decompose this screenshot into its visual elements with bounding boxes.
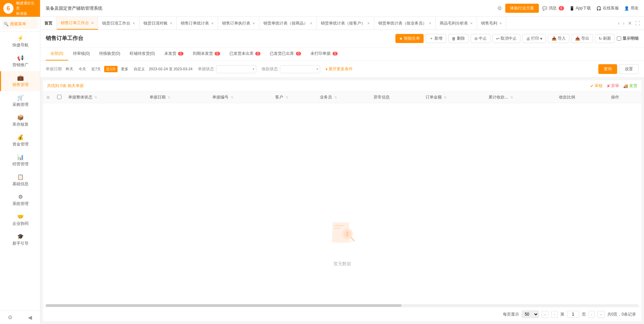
tab-sales-exec[interactable]: 销售订单执行表 ✕ [218,17,259,30]
topbar-settings-icon[interactable]: ⚙ [497,5,502,11]
sidebar-item-finance[interactable]: 💰 资金管理 [0,131,40,151]
tab-scroll-left-button[interactable]: ‹ [617,21,621,26]
tab-cash-reconcile[interactable]: 钱货日清对账 ✕ [139,17,177,30]
sidebar-item-system[interactable]: ⚙ 系统管理 [0,190,40,210]
sidebar-item-enterprise[interactable]: 🤝 企业协同 [0,210,40,230]
stop-button[interactable]: ⊘ 中止 [471,34,490,43]
import-button[interactable]: 📥 导入 [548,34,569,43]
sidebar-item-marketing[interactable]: 📢 营销推广 [0,51,40,71]
date-today-button[interactable]: 今天 [77,66,88,72]
tab-close-icon[interactable]: ✕ [499,22,502,25]
payment-field: 收款状态 [262,65,320,73]
first-page-button[interactable]: « [542,311,549,318]
sidebar-item-sales[interactable]: 💼 销售管理 [0,71,40,91]
industry-solution-button[interactable]: 体验行业方案 [505,4,539,13]
sort-icon[interactable]: ⇅ [286,95,288,99]
table-header: ⚙ 单据整体状态 ⇅ 单据日期 ⇅ [43,92,641,103]
user-menu-button[interactable]: 👤 用友 [624,5,639,11]
filter-tab-wangpu-pending[interactable]: 旺铺待发货(0) [125,47,160,60]
prev-page-button[interactable]: ‹ [551,311,557,318]
tab-sales-by-customer[interactable]: 销货单统计表（按客户） ✕ [317,17,374,30]
filter-tab-pending-check[interactable]: 待拣验货(0) [94,47,125,60]
date-custom-button[interactable]: 自定义 [132,66,147,72]
sidebar-item-basic-info[interactable]: 📋 基础信息 [0,170,40,190]
tab-cash-clear-workbench[interactable]: 钱货日清工作台 ✕ [98,17,139,30]
tab-close-icon[interactable]: ✕ [170,22,172,25]
date-1month-button[interactable]: 近1月 [104,66,118,72]
sort-icon[interactable]: ⇅ [334,95,337,99]
app-download-button[interactable]: 📱 App下载 [569,5,591,11]
tab-close-icon[interactable]: ✕ [211,22,214,25]
shipped-not-out-badge: 0 [255,52,261,55]
tab-close-icon[interactable]: ✕ [252,22,255,25]
export-button[interactable]: 📤 导出 [571,34,593,43]
date-yesterday-button[interactable]: 昨天 [64,66,75,72]
show-detail-label[interactable]: 显示明细 [617,36,639,41]
filter-tab-unshipped[interactable]: 未发货 0 [160,47,188,60]
last-page-button[interactable]: » [597,311,604,318]
filter-tab-overdue-unshipped[interactable]: 到期未发货 0 [188,47,225,60]
tab-sales-margin[interactable]: 销售毛利 ✕ [477,17,506,30]
settings-col-header[interactable]: ⚙ [43,92,54,103]
tab-close-icon[interactable]: ✕ [132,22,135,25]
sidebar-settings-button[interactable]: ⚙ [0,311,20,324]
tab-close-icon[interactable]: ✕ [429,22,431,25]
setting-button[interactable]: 设置 [619,64,639,74]
tab-close-all-button[interactable]: ✕ [627,21,633,26]
horizontal-scrollbar[interactable] [46,304,639,307]
sort-icon[interactable]: ⇅ [94,95,97,99]
ship-button[interactable]: 🚚 发货 [623,83,637,89]
tab-sales-by-product[interactable]: 销货单统计表（按商品） ✕ [259,17,317,30]
cancel-audit-button[interactable]: ✘ 弃审 [607,83,619,89]
sidebar-collapse-button[interactable]: ◀ [20,311,40,324]
tab-sales-workbench[interactable]: 销售订单工作台 ✕ [57,17,98,30]
page-input[interactable] [567,311,579,318]
filter-tab-shipped-not-out[interactable]: 已发货未出库 0 [225,47,265,60]
delete-button[interactable]: 🗑 删除 [448,34,469,43]
sidebar-item-inventory[interactable]: 📦 库存核算 [0,111,40,131]
sort-icon[interactable]: ⇅ [444,95,446,99]
refresh-button[interactable]: ↻ 刷新 [595,34,615,43]
next-page-button[interactable]: › [589,311,595,318]
tab-close-icon[interactable]: ✕ [91,21,94,25]
payment-select[interactable] [280,65,320,73]
tab-close-icon[interactable]: ✕ [310,22,312,25]
show-detail-checkbox[interactable] [617,36,621,41]
select-all-checkbox[interactable] [57,95,61,99]
date-7days-button[interactable]: 近7天 [89,66,103,72]
filter-tab-pending-review[interactable]: 待审核(0) [68,47,95,60]
tab-close-icon[interactable]: ✕ [367,22,370,25]
sidebar-item-operations[interactable]: 📊 经营管理 [0,151,40,170]
filter-tab-all[interactable]: 全部(0) [46,47,68,60]
new-button[interactable]: ＋ 新增 [426,34,446,43]
tab-sales-by-staff[interactable]: 销货单统计表（按业务员） ✕ [374,17,436,30]
column-settings-icon[interactable]: ⚙ [46,95,50,100]
online-service-button[interactable]: 🎧 在线客服 [596,5,619,11]
sort-icon[interactable]: ⇅ [510,95,513,99]
filter-tab-unprinted[interactable]: 未打印单据 0 [306,47,342,60]
search-menu-button[interactable]: 🔍 搜索菜单 [2,19,38,29]
print-button[interactable]: 🖨 打印 ▾ [522,34,546,43]
sidebar-item-purchase[interactable]: 🛒 采购管理 [0,91,40,111]
tab-close-icon[interactable]: ✕ [470,22,473,25]
sort-icon[interactable]: ⇅ [168,95,170,99]
sort-icon[interactable]: ⇅ [231,95,233,99]
tab-product-margin[interactable]: 商品毛利分析表 ✕ [436,17,477,30]
expand-conditions-button[interactable]: ▾ 展开更多条件 [326,66,353,72]
tab-home[interactable]: 首页 [40,17,57,30]
filter-tab-shipped-out[interactable]: 已发货已出库 0 [265,47,306,60]
smart-create-button[interactable]: ★ 智能生单 [395,34,424,43]
date-more-button[interactable]: 更多 [119,66,130,72]
cancel-stop-button[interactable]: ↩ 取消中止 [492,34,520,43]
scrollbar-thumb[interactable] [46,304,401,307]
tab-sales-stats[interactable]: 销售订单统计表 ✕ [177,17,218,30]
sidebar-item-guide[interactable]: 🎓 新手引导 [0,230,40,250]
sidebar-item-quick-nav[interactable]: ⚡ 快捷导航 [0,32,40,51]
tab-fullscreen-button[interactable]: ⛶ [634,21,641,26]
per-page-select[interactable]: 50 10 20 100 [522,311,539,318]
tab-scroll-right-button[interactable]: › [621,21,626,26]
status-select[interactable] [216,65,256,73]
message-button[interactable]: 💬 消息 6 [542,5,564,11]
query-button[interactable]: 查询 [598,64,617,74]
audit-button[interactable]: ✔ 审核 [590,83,603,89]
